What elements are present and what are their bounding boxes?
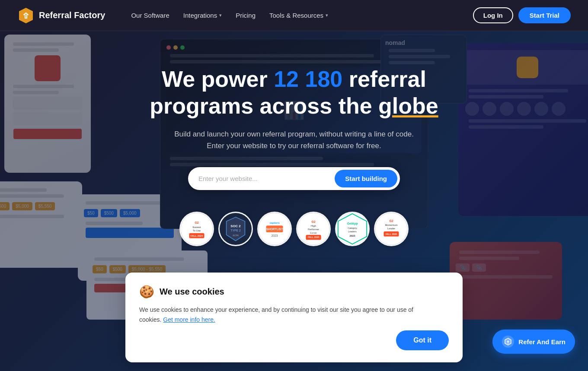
badge-g2-easiest: G2 Easiest To Use FALL 2024 [179, 212, 214, 246]
svg-text:GetApp: GetApp [347, 222, 358, 225]
hero-title: We power 12 180 referral programs across… [143, 66, 445, 120]
svg-text:G2: G2 [195, 221, 198, 224]
badge-getapp: GetApp Category Leaders 2023 [335, 212, 370, 246]
svg-marker-1 [20, 10, 32, 22]
bg-card-bottom-right: 📎 📎 [450, 242, 562, 320]
cookie-title: We use cookies [160, 287, 224, 297]
svg-text:FALL 2024: FALL 2024 [308, 236, 320, 239]
logo-text: Referral Factory [39, 10, 105, 20]
chevron-down-icon: ▾ [326, 13, 328, 18]
logo-icon [17, 7, 35, 24]
login-button[interactable]: Log In [473, 7, 513, 23]
refer-and-earn-button[interactable]: Refer And Earn [492, 330, 575, 354]
cookie-actions: Got it [139, 330, 449, 350]
svg-text:Leader: Leader [387, 227, 395, 230]
svg-text:Category: Category [348, 227, 357, 229]
start-building-button[interactable]: Start building [335, 170, 397, 187]
svg-text:Europe: Europe [310, 232, 317, 234]
nav-link-tools-resources[interactable]: Tools & Resources ▾ [269, 12, 328, 19]
nav-link-integrations[interactable]: Integrations ▾ [183, 12, 222, 19]
svg-text:High: High [311, 225, 316, 227]
refer-icon [502, 336, 514, 348]
cookie-body: We use cookies to enhance your experienc… [139, 305, 416, 324]
svg-text:To Use: To Use [193, 229, 201, 232]
badge-g2-high-performer: G2 High Performer Europe FALL 2024 [296, 212, 331, 246]
svg-text:G2: G2 [389, 220, 393, 223]
svg-text:Momentum: Momentum [385, 224, 397, 226]
cookie-accept-button[interactable]: Got it [396, 330, 449, 350]
cookie-header: 🍪 We use cookies [139, 285, 449, 299]
svg-text:TYPE 2: TYPE 2 [230, 229, 241, 232]
hero-content: We power 12 180 referral programs across… [0, 31, 588, 246]
nav-link-pricing[interactable]: Pricing [236, 12, 256, 19]
svg-text:SOC 2: SOC 2 [230, 224, 241, 228]
start-trial-button[interactable]: Start Trial [518, 7, 571, 23]
cookie-more-info-link[interactable]: Get more info here. [163, 316, 215, 323]
svg-text:Easiest: Easiest [192, 226, 201, 228]
svg-text:FALL 2024: FALL 2024 [190, 235, 203, 237]
nav-link-our-software[interactable]: Our Software [131, 12, 169, 19]
navigation: Referral Factory Our Software Integratio… [0, 0, 588, 31]
website-input[interactable] [198, 175, 335, 182]
svg-text:SHORTLIST: SHORTLIST [266, 228, 283, 231]
chevron-down-icon: ▾ [219, 13, 222, 18]
svg-text:2023: 2023 [349, 235, 355, 237]
nav-actions: Log In Start Trial [473, 7, 571, 23]
badge-capterra: capterra SHORTLIST 2023 [257, 212, 292, 246]
svg-text:Leaders: Leaders [348, 230, 357, 233]
svg-text:Performer: Performer [308, 228, 319, 231]
svg-text:AICPA: AICPA [233, 235, 239, 237]
svg-text:capterra: capterra [269, 222, 280, 224]
cookie-banner: 🍪 We use cookies We use cookies to enhan… [125, 273, 463, 362]
logo[interactable]: Referral Factory [17, 7, 105, 24]
svg-text:FALL 2024: FALL 2024 [386, 233, 397, 235]
hero-subtitle: Build and launch your own referral progr… [173, 128, 415, 152]
awards-badges-row: G2 Easiest To Use FALL 2024 SOC 2 TYPE 2… [179, 212, 409, 246]
refer-earn-label: Refer And Earn [518, 338, 566, 346]
svg-text:G2: G2 [311, 221, 315, 224]
badge-soc2: SOC 2 TYPE 2 AICPA [218, 212, 253, 246]
cookie-icon: 🍪 [139, 285, 154, 299]
nav-links: Our Software Integrations ▾ Pricing Tool… [131, 12, 473, 19]
svg-text:2023: 2023 [271, 234, 278, 237]
badge-g2-momentum: G2 Momentum Leader FALL 2024 [374, 212, 409, 246]
website-search-bar: Start building [188, 167, 400, 190]
